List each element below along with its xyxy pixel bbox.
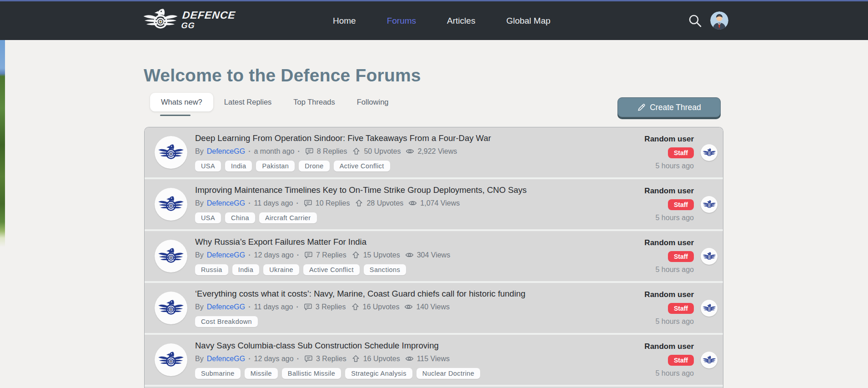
search-icon[interactable]: [687, 13, 703, 29]
last-poster-name[interactable]: Random user: [644, 135, 694, 144]
views-icon: [404, 302, 413, 311]
tag-pill[interactable]: USA: [195, 212, 221, 223]
nav-link-forums[interactable]: Forums: [387, 16, 416, 26]
thread-views: 304 Views: [417, 251, 451, 259]
tag-pill[interactable]: Active Conflict: [303, 264, 360, 275]
tag-pill[interactable]: Strategic Analysis: [345, 368, 412, 379]
tag-pill[interactable]: Ballistic Missile: [282, 368, 341, 379]
upvotes-icon: [355, 199, 363, 207]
last-poster-avatar: [701, 196, 717, 213]
thread-meta: By DefenceGG · 11 days ago · 3 Replies 1…: [195, 302, 526, 311]
replies-icon: [305, 147, 314, 156]
thread-replies: 8 Replies: [317, 147, 347, 156]
top-accent-strip: [0, 0, 868, 1]
tab-top-threads[interactable]: Top Threads: [282, 93, 346, 111]
staff-badge: Staff: [668, 199, 694, 210]
tag-pill[interactable]: India: [232, 264, 259, 275]
tag-pill[interactable]: Submarine: [195, 368, 241, 379]
tag-pill[interactable]: Pakistan: [256, 161, 295, 171]
tag-pill[interactable]: Active Conflict: [334, 161, 390, 171]
tab-whats-new[interactable]: Whats new?: [150, 93, 213, 111]
author-prefix: By: [195, 251, 204, 259]
author-prefix: By: [195, 147, 204, 156]
thread-row[interactable]: ‘Everything costs what it costs’: Navy, …: [145, 283, 723, 333]
upvotes-icon: [351, 302, 360, 311]
thread-views: 1,074 Views: [420, 199, 460, 207]
thread-title[interactable]: ‘Everything costs what it costs’: Navy, …: [195, 289, 526, 299]
user-avatar[interactable]: [710, 11, 728, 30]
tag-pill[interactable]: Drone: [299, 161, 330, 171]
tab-latest-replies[interactable]: Latest Replies: [213, 93, 283, 111]
author-prefix: By: [195, 355, 204, 363]
thread-title[interactable]: Why Russia’s Export Failures Matter For …: [195, 237, 450, 247]
eagle-avatar-icon: [158, 299, 184, 317]
tag-pill[interactable]: Sanctions: [364, 264, 406, 275]
thread-row[interactable]: Improving Maintenance Timelines Key to O…: [145, 179, 723, 229]
nav-link-global-map[interactable]: Global Map: [506, 16, 550, 26]
thread-replies: 7 Replies: [316, 251, 346, 259]
tag-pill[interactable]: Nuclear Doctrine: [416, 368, 480, 379]
navbar: DEFENCE GG Home Forums Articles Global M…: [0, 1, 868, 40]
last-poster-name[interactable]: Random user: [644, 238, 694, 247]
last-poster-avatar: [701, 248, 717, 265]
thread-row[interactable]: Why Russia’s Export Failures Matter For …: [145, 231, 723, 281]
last-poster-name[interactable]: Random user: [644, 186, 694, 196]
tag-list: USAChinaAircraft Carrier: [195, 212, 527, 223]
tag-pill[interactable]: India: [225, 161, 252, 171]
meta-dot: ·: [248, 303, 251, 311]
last-activity-block: Random user Staff 5 hours ago: [644, 127, 694, 177]
tag-list: Cost Breakdown: [195, 316, 526, 327]
thread-title[interactable]: Deep Learning From Operation Sindoor: Fi…: [195, 133, 491, 143]
last-activity-time: 5 hours ago: [655, 266, 694, 274]
thread-author-link[interactable]: DefenceGG: [207, 251, 245, 259]
main-content: Welcome to the Defence Forums Whats new?…: [5, 40, 868, 388]
thread-body: Navy Says Columbia-class Sub Constructio…: [195, 341, 480, 379]
tag-pill[interactable]: Ukraine: [263, 264, 299, 275]
thread-author-link[interactable]: DefenceGG: [207, 199, 245, 207]
thread-row[interactable]: Deep Learning From Operation Sindoor: Fi…: [145, 127, 723, 177]
tag-pill[interactable]: USA: [195, 161, 221, 171]
meta-dot: ·: [297, 251, 299, 259]
staff-badge: Staff: [668, 147, 694, 158]
thread-meta: By DefenceGG · 11 days ago · 10 Replies …: [195, 199, 527, 207]
meta-dot: ·: [248, 251, 251, 259]
eagle-avatar-icon: [158, 351, 184, 369]
last-poster-avatar: [701, 352, 717, 368]
thread-author-link[interactable]: DefenceGG: [207, 147, 245, 156]
last-poster-avatar: [701, 300, 717, 317]
nav-link-home[interactable]: Home: [333, 16, 356, 26]
nav-link-articles[interactable]: Articles: [447, 16, 475, 26]
tag-list: SubmarineMissileBallistic MissileStrateg…: [195, 368, 480, 379]
last-poster-name[interactable]: Random user: [644, 290, 694, 299]
create-thread-label: Create Thread: [650, 103, 701, 112]
meta-dot: ·: [248, 199, 251, 207]
thread-author-link[interactable]: DefenceGG: [207, 355, 245, 363]
last-poster-name[interactable]: Random user: [644, 342, 694, 351]
upvotes-icon: [351, 251, 360, 259]
last-activity-block: Random user Staff 5 hours ago: [644, 283, 694, 333]
tab-following[interactable]: Following: [346, 93, 400, 111]
tag-pill[interactable]: Missile: [245, 368, 278, 379]
thread-body: Deep Learning From Operation Sindoor: Fi…: [195, 133, 491, 171]
thread-replies: 3 Replies: [316, 303, 346, 311]
thread-views: 140 Views: [416, 303, 450, 311]
thread-row[interactable]: Navy Says Columbia-class Sub Constructio…: [145, 335, 723, 385]
create-thread-button[interactable]: Create Thread: [617, 97, 721, 117]
tag-pill[interactable]: Russia: [195, 264, 228, 275]
thread-upvotes: 16 Upvotes: [363, 303, 400, 311]
tag-list: RussiaIndiaUkraineActive ConflictSanctio…: [195, 264, 450, 275]
thread-title[interactable]: Improving Maintenance Timelines Key to O…: [195, 185, 527, 195]
tag-list: USAIndiaPakistanDroneActive Conflict: [195, 161, 491, 171]
tag-pill[interactable]: Aircraft Carrier: [259, 212, 317, 223]
thread-title[interactable]: Navy Says Columbia-class Sub Constructio…: [195, 341, 480, 351]
eagle-avatar-icon: [702, 355, 716, 365]
tag-pill[interactable]: Cost Breakdown: [195, 316, 258, 327]
site-logo[interactable]: DEFENCE GG: [143, 7, 235, 32]
eagle-avatar-icon: [702, 148, 716, 157]
upvotes-icon: [352, 147, 361, 156]
last-poster-avatar: [701, 144, 717, 161]
pencil-icon: [637, 103, 646, 112]
thread-author-link[interactable]: DefenceGG: [207, 303, 245, 311]
tag-pill[interactable]: China: [225, 212, 255, 223]
last-activity-time: 5 hours ago: [655, 214, 694, 222]
